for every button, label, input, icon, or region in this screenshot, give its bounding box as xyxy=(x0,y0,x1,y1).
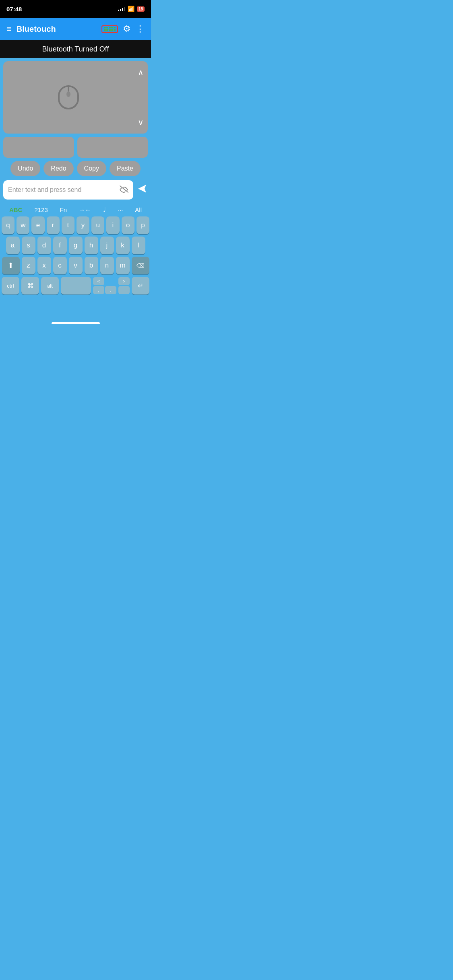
enter-key[interactable]: ↵ xyxy=(132,277,149,294)
placeholder-key xyxy=(118,286,130,294)
kb-all-button[interactable]: All xyxy=(133,206,143,214)
key-c[interactable]: c xyxy=(53,257,67,274)
copy-button[interactable]: Copy xyxy=(77,161,106,176)
key-w[interactable]: w xyxy=(17,216,29,234)
keyboard-row-2: a s d f g h j k l xyxy=(0,237,151,254)
text-input-container[interactable]: Enter text and press send xyxy=(3,180,133,200)
keyboard-row-1: q w e r t y u i o p xyxy=(0,216,151,234)
bluetooth-status-text: Bluetooth Turned Off xyxy=(42,45,109,54)
scroll-up-arrow[interactable]: ∧ xyxy=(138,68,144,77)
comma-key[interactable]: , xyxy=(93,286,104,294)
key-q[interactable]: q xyxy=(2,216,14,234)
home-indicator xyxy=(52,322,100,324)
kb-tab-button[interactable]: →← xyxy=(77,206,93,214)
svg-marker-3 xyxy=(138,185,146,193)
status-icons: 📶 18 xyxy=(118,6,145,12)
scroll-bar[interactable]: ∧ ∨ xyxy=(133,61,148,134)
key-n[interactable]: n xyxy=(100,257,114,274)
touchpad-area[interactable]: ∧ ∨ xyxy=(3,61,148,134)
shift-key[interactable]: ⬆ xyxy=(2,257,20,274)
text-input-placeholder: Enter text and press send xyxy=(8,186,120,194)
battery-icon: 18 xyxy=(137,6,145,12)
key-x[interactable]: x xyxy=(37,257,51,274)
key-y[interactable]: y xyxy=(77,216,89,234)
touchpad-surface[interactable] xyxy=(3,61,133,134)
backspace-key[interactable]: ⌫ xyxy=(132,257,149,274)
mouse-icon xyxy=(57,83,80,112)
keyboard-toggle-button[interactable] xyxy=(101,25,118,33)
key-f[interactable]: f xyxy=(53,237,67,254)
settings-icon[interactable]: ⚙ xyxy=(123,24,131,34)
key-u[interactable]: u xyxy=(91,216,104,234)
kb-num-button[interactable]: ?123 xyxy=(33,206,49,214)
keyboard-grid-icon xyxy=(104,27,116,31)
key-e[interactable]: e xyxy=(31,216,44,234)
scroll-down-arrow[interactable]: ∨ xyxy=(138,117,144,127)
key-z[interactable]: z xyxy=(22,257,35,274)
redo-button[interactable]: Redo xyxy=(43,161,73,176)
key-p[interactable]: p xyxy=(137,216,149,234)
status-bar: 07:48 📶 18 xyxy=(0,0,151,18)
mouse-buttons-row xyxy=(3,137,148,158)
app-bar: ≡ Bluetouch ⚙ ⋮ xyxy=(0,18,151,40)
more-icon[interactable]: ⋮ xyxy=(136,24,145,34)
eye-slash-icon[interactable] xyxy=(120,185,128,195)
key-k[interactable]: k xyxy=(116,237,130,254)
key-r[interactable]: r xyxy=(47,216,60,234)
arrow-left-key[interactable]: < xyxy=(93,277,104,285)
key-j[interactable]: j xyxy=(100,237,114,254)
key-s[interactable]: s xyxy=(22,237,35,254)
key-l[interactable]: l xyxy=(132,237,145,254)
menu-icon[interactable]: ≡ xyxy=(6,24,12,34)
cmd-key[interactable]: ⌘ xyxy=(21,277,39,294)
text-input-row: Enter text and press send xyxy=(3,180,148,200)
arrow-right-key[interactable]: > xyxy=(118,277,130,285)
kb-more-button[interactable]: ··· xyxy=(116,206,125,214)
key-t[interactable]: t xyxy=(62,216,74,234)
signal-icon xyxy=(118,6,125,11)
key-i[interactable]: i xyxy=(106,216,119,234)
key-b[interactable]: b xyxy=(85,257,98,274)
keyboard-bottom-row: ctrl ⌘ alt < , . > ↵ xyxy=(0,277,151,294)
paste-button[interactable]: Paste xyxy=(110,161,141,176)
key-h[interactable]: h xyxy=(85,237,98,254)
key-d[interactable]: d xyxy=(37,237,51,254)
period-key[interactable]: . xyxy=(105,286,116,294)
bluetooth-banner: Bluetooth Turned Off xyxy=(0,40,151,58)
right-mouse-button[interactable] xyxy=(77,137,148,158)
wifi-icon: 📶 xyxy=(128,6,134,12)
alt-key[interactable]: alt xyxy=(41,277,59,294)
keyboard-toolbar: ABC ?123 Fn →← ♩ ··· All xyxy=(0,203,151,216)
key-g[interactable]: g xyxy=(69,237,83,254)
undo-button[interactable]: Undo xyxy=(10,161,40,176)
action-buttons: Undo Redo Copy Paste xyxy=(10,161,141,176)
kb-abc-button[interactable]: ABC xyxy=(8,206,24,214)
keyboard-row-3: ⬆ z x c v b n m ⌫ xyxy=(0,257,151,274)
kb-fn-button[interactable]: Fn xyxy=(58,206,69,214)
send-button[interactable] xyxy=(137,183,148,197)
app-title: Bluetouch xyxy=(17,25,97,34)
ctrl-key[interactable]: ctrl xyxy=(2,277,19,294)
key-o[interactable]: o xyxy=(122,216,134,234)
key-a[interactable]: a xyxy=(6,237,20,254)
key-m[interactable]: m xyxy=(116,257,130,274)
svg-point-2 xyxy=(66,91,70,97)
left-mouse-button[interactable] xyxy=(3,137,74,158)
key-v[interactable]: v xyxy=(69,257,83,274)
status-time: 07:48 xyxy=(6,6,22,12)
space-key[interactable] xyxy=(61,277,91,294)
kb-music-button[interactable]: ♩ xyxy=(101,205,108,214)
keyboard-area: ABC ?123 Fn →← ♩ ··· All q w e r t y u i… xyxy=(0,203,151,294)
